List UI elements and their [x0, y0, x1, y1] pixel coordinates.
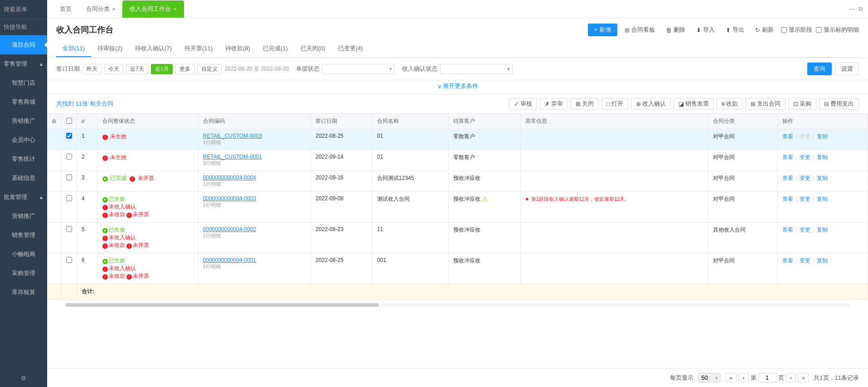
contract-code-link[interactable]: RETAIL_CUSTOM-0001: [203, 154, 306, 160]
out-contract-btn[interactable]: ⊞ 支出合同: [746, 98, 786, 110]
show-cols-input[interactable]: [781, 27, 787, 33]
sidebar-settings[interactable]: ⚙: [0, 369, 47, 387]
sidebar-item-inventory[interactable]: 库存核算: [0, 283, 47, 302]
query-button[interactable]: 查询: [807, 63, 832, 75]
tab-close-income-contract[interactable]: ×: [174, 6, 176, 12]
payment-btn[interactable]: ¥ 收款: [717, 98, 743, 110]
scrollbar-thumb[interactable]: [65, 303, 379, 307]
date-btn-last7days[interactable]: 近7天: [126, 64, 148, 74]
view-link[interactable]: 查看: [782, 175, 793, 181]
tab-contract-category[interactable]: 合同分类 ×: [79, 0, 122, 18]
expense-btn[interactable]: ⊟ 费用支出: [819, 98, 859, 110]
show-detail-checkbox[interactable]: 显示标的明细: [816, 26, 859, 34]
income-confirm-btn[interactable]: ⊕ 收入确认: [631, 98, 671, 110]
page-size-select[interactable]: 50 100 200: [698, 373, 721, 382]
contract-code-link[interactable]: 0000000000004-0001: [203, 257, 306, 263]
date-btn-custom[interactable]: 自定义: [197, 64, 222, 74]
change-link[interactable]: 变更: [800, 133, 810, 140]
change-link[interactable]: 变更: [800, 257, 810, 264]
restore-icon[interactable]: ⧉: [858, 5, 863, 13]
sidebar-item-sales-mgmt[interactable]: 销售管理: [0, 226, 47, 245]
open-btn[interactable]: □ 打开: [601, 98, 628, 110]
row-checkbox[interactable]: [62, 171, 77, 192]
sidebar-item-retail-stats[interactable]: 零售统计: [0, 150, 47, 169]
view-link[interactable]: 查看: [782, 257, 793, 264]
new-button[interactable]: + 新增: [588, 24, 617, 36]
contract-code-link[interactable]: RETAIL_CUSTOM-0003: [203, 133, 306, 139]
income-confirm-select[interactable]: [440, 64, 513, 74]
setting-button[interactable]: 设置: [835, 63, 859, 75]
filter-tab-closed[interactable]: 已关闭(0): [294, 41, 332, 57]
copy-link[interactable]: 复制: [817, 154, 828, 160]
sidebar-item-retail-mall[interactable]: 零售商城: [0, 92, 47, 111]
sidebar-item-smart-store[interactable]: 智慧门店: [0, 73, 47, 92]
prev-page-btn[interactable]: ‹: [738, 373, 748, 382]
expand-more-btn[interactable]: ∨ 展开更多条件: [437, 82, 478, 90]
page-input[interactable]: [758, 373, 776, 382]
filter-tab-pending-payment[interactable]: 待收款(8): [219, 41, 257, 57]
filter-tab-all[interactable]: 全部(11): [56, 41, 91, 57]
col-settings[interactable]: ⚙: [47, 114, 62, 129]
col-checkbox[interactable]: [62, 114, 77, 129]
minimize-icon[interactable]: —: [849, 5, 855, 13]
copy-link[interactable]: 复制: [817, 257, 828, 264]
date-btn-today[interactable]: 今天: [104, 64, 123, 74]
copy-link[interactable]: 复制: [817, 133, 828, 140]
horizontal-scrollbar[interactable]: [65, 303, 850, 307]
abandon-btn[interactable]: ✗ 弃审: [540, 98, 568, 110]
filter-tab-changed[interactable]: 已变更(4): [332, 41, 369, 57]
doc-status-select[interactable]: [322, 64, 395, 74]
filter-tab-pending-income-confirm[interactable]: 待收入确认(7): [129, 41, 178, 57]
change-link[interactable]: 变更: [800, 175, 810, 181]
contract-code-link[interactable]: 0000000000004-0003: [203, 195, 306, 202]
change-link[interactable]: 变更: [800, 227, 810, 233]
sidebar-item-base-info[interactable]: 基础信息: [0, 169, 47, 188]
export-button[interactable]: ⬆ 导出: [722, 24, 748, 36]
filter-tab-pending-review[interactable]: 待审核(2): [91, 41, 129, 57]
tab-income-contract[interactable]: 收入合同工作台 ×: [122, 0, 184, 18]
view-link[interactable]: 查看: [782, 227, 793, 233]
refresh-button[interactable]: ↻ 刷新: [752, 24, 777, 36]
purchase-btn[interactable]: ⊡ 采购: [788, 98, 816, 110]
select-all-checkbox[interactable]: [66, 118, 72, 124]
view-link[interactable]: 查看: [782, 154, 793, 160]
sidebar-item-wholesale[interactable]: 批发管理 ▲: [0, 188, 47, 207]
sidebar-item-retail-mgmt[interactable]: 零售管理 ▲: [0, 54, 47, 73]
close-btn[interactable]: ⊠ 关闭: [571, 98, 599, 110]
row-checkbox[interactable]: [62, 150, 77, 171]
copy-link[interactable]: 复制: [817, 227, 828, 233]
change-link[interactable]: 变更: [800, 154, 810, 160]
contract-code-link[interactable]: 0000000000004-0004: [203, 174, 306, 181]
sidebar-search[interactable]: 搜索菜单: [0, 0, 47, 19]
sidebar-item-xiaochangec[interactable]: 小畅电商: [0, 245, 47, 264]
sidebar-item-member[interactable]: 会员中心: [0, 131, 47, 150]
view-link[interactable]: 查看: [782, 196, 793, 202]
show-detail-input[interactable]: [816, 27, 822, 33]
date-btn-last1month[interactable]: 近1月: [151, 64, 173, 74]
date-btn-more[interactable]: 更多: [175, 64, 194, 74]
sidebar-item-project[interactable]: 项目合同: [0, 35, 47, 54]
sidebar-item-marketing2[interactable]: 营销推广: [0, 207, 47, 226]
show-cols-checkbox[interactable]: 显示阶段: [781, 26, 812, 34]
sidebar-item-marketing[interactable]: 营销推广: [0, 111, 47, 131]
next-page-btn[interactable]: ›: [786, 373, 796, 382]
tab-home[interactable]: 首页: [53, 0, 79, 18]
contract-board-button[interactable]: ⊞ 合同看板: [621, 24, 659, 36]
change-link[interactable]: 变更: [800, 196, 810, 202]
first-page-btn[interactable]: «: [725, 373, 737, 382]
contract-code-link[interactable]: 0000000000004-0002: [203, 226, 306, 232]
row-checkbox[interactable]: [62, 192, 77, 223]
last-page-btn[interactable]: »: [798, 373, 809, 382]
sidebar-item-purchase[interactable]: 采购管理: [0, 264, 47, 283]
import-button[interactable]: ⬇ 导入: [693, 24, 718, 36]
tab-close-contract-category[interactable]: ×: [112, 6, 115, 12]
row-checkbox[interactable]: [62, 223, 77, 253]
review-btn[interactable]: ✓ 审核: [509, 98, 537, 110]
view-link[interactable]: 查看: [782, 133, 793, 140]
filter-tab-pending-invoice[interactable]: 待开票(11): [178, 41, 219, 57]
delete-button[interactable]: 🗑 删除: [662, 24, 689, 36]
sidebar-quick-nav[interactable]: 快捷导航: [0, 19, 47, 35]
copy-link[interactable]: 复制: [817, 175, 828, 181]
copy-link[interactable]: 复制: [817, 196, 828, 202]
row-checkbox[interactable]: [62, 253, 77, 284]
